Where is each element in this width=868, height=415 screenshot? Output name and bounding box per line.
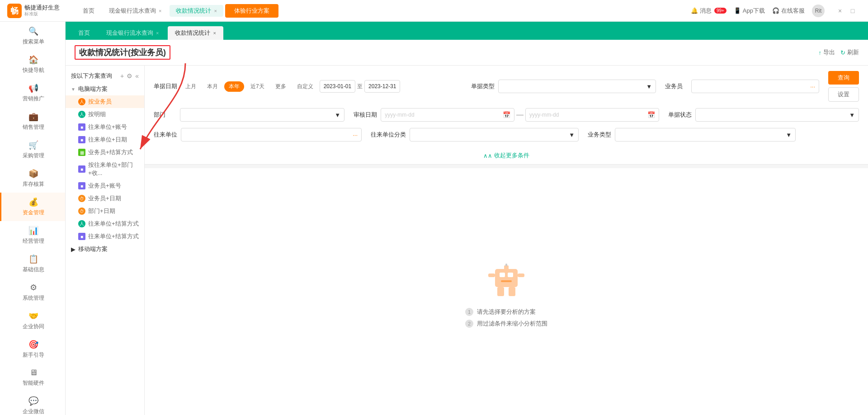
- type-label: 单据类型: [471, 82, 495, 90]
- type-select[interactable]: ▼: [498, 80, 656, 93]
- sidebar-item-inventory[interactable]: 📦 库存核算: [0, 164, 65, 193]
- date-separator: 至: [357, 83, 363, 90]
- salesperson-label: 业务员: [665, 82, 688, 90]
- svg-rect-9: [509, 287, 515, 296]
- sidebar-item-finance[interactable]: 💰 资金管理: [0, 193, 65, 221]
- tab-home[interactable]: 首页: [76, 5, 101, 17]
- scheme-settings-btn[interactable]: ⚙: [127, 72, 132, 80]
- export-icon: ↑: [819, 49, 822, 56]
- sidebar-item-system[interactable]: ⚙ 系统管理: [0, 278, 65, 307]
- export-btn[interactable]: ↑ 导出: [819, 48, 835, 57]
- online-service-btn[interactable]: 🎧 在线客服: [772, 7, 805, 15]
- sidebar-item-operations[interactable]: 📊 经营管理: [0, 221, 65, 250]
- content-tab-receipt-close[interactable]: ×: [213, 30, 216, 36]
- logo-area: 畅 畅捷通好生意 标准版: [7, 4, 73, 18]
- hint-num-2: 2: [465, 320, 473, 328]
- scheme-item-icon-2: ■: [78, 123, 85, 131]
- svg-rect-8: [497, 287, 504, 296]
- audit-date-sep: —: [516, 111, 524, 119]
- window-max-btn[interactable]: □: [848, 6, 857, 15]
- scheme-item-icon-9: 人: [78, 220, 85, 227]
- scheme-item-icon-10: ■: [78, 233, 85, 240]
- scheme-panel: 按以下方案查询 + ⚙ « ▼ 电脑端方案 人 按业务员: [66, 66, 145, 415]
- sidebar-item-marketing[interactable]: 📢 营销推广: [0, 79, 65, 107]
- date-tab-more[interactable]: 更多: [271, 81, 291, 92]
- sidebar-item-basic-info[interactable]: 📋 基础信息: [0, 250, 65, 278]
- date-to-input[interactable]: 2023-12-31: [364, 80, 400, 93]
- window-controls: × □: [835, 6, 857, 15]
- collapse-icon: ∧∧: [483, 152, 492, 159]
- collapse-bar[interactable]: ∧∧ 收起更多条件: [145, 147, 868, 165]
- audit-date-to[interactable]: yyyy-mm-dd 📅: [525, 108, 659, 122]
- date-from-input[interactable]: 2023-01-01: [320, 80, 355, 93]
- content-tab-home[interactable]: 首页: [71, 26, 97, 40]
- scheme-item-by-detail[interactable]: 人 按明细: [66, 108, 144, 121]
- content-tab-bank[interactable]: 现金银行流水查询 ×: [99, 26, 166, 40]
- salesperson-select[interactable]: ···: [691, 80, 819, 93]
- date-tab-lastmonth[interactable]: 上月: [181, 81, 201, 92]
- scheme-item-salesperson-payment[interactable]: ▦ 业务员+结算方式: [66, 146, 144, 159]
- sidebar-item-quicknav[interactable]: 🏠 快捷导航: [0, 50, 65, 79]
- window-close-btn[interactable]: ×: [835, 6, 844, 15]
- content-tab-bank-close[interactable]: ×: [156, 30, 159, 36]
- tab-receipt[interactable]: 收款情况统计 ×: [170, 5, 223, 17]
- sidebar-item-wechat[interactable]: 💬 企业微信: [0, 391, 65, 415]
- logo-text: 畅捷通好生意: [24, 4, 60, 11]
- messages-btn[interactable]: 🔔 消息 99+: [691, 7, 726, 15]
- sidebar-item-sales[interactable]: 💼 销售管理: [0, 107, 65, 136]
- date-tab-7days[interactable]: 近7天: [246, 81, 269, 92]
- scheme-item-partner-payment1[interactable]: 人 往来单位+结算方式: [66, 217, 144, 230]
- audit-label: 审核日期: [354, 111, 377, 119]
- scheme-item-icon-5: ■: [78, 165, 85, 173]
- biz-type-label: 业务类型: [588, 131, 611, 139]
- filter-partner-cell: 往来单位 ···: [154, 128, 362, 141]
- settings-btn[interactable]: 设置: [828, 87, 859, 102]
- tab-receipt-close[interactable]: ×: [214, 8, 217, 14]
- scheme-add-btn[interactable]: +: [120, 72, 124, 80]
- date-tab-custom[interactable]: 自定义: [292, 81, 318, 92]
- scheme-collapse-btn[interactable]: «: [135, 72, 139, 80]
- sidebar-item-enterprise[interactable]: 🤝 企业协同: [0, 307, 65, 335]
- scheme-group-desktop-title[interactable]: ▼ 电脑端方案: [66, 83, 144, 95]
- salesperson-more-btn[interactable]: ···: [810, 83, 815, 90]
- status-select[interactable]: ▼: [695, 108, 859, 122]
- scheme-item-partner-dept[interactable]: ■ 按往来单位+部门+收...: [66, 159, 144, 179]
- dept-select[interactable]: ▼: [180, 108, 344, 122]
- content-tab-receipt[interactable]: 收款情况统计 ×: [168, 26, 223, 40]
- scheme-item-partner-payment2[interactable]: ■ 往来单位+结算方式: [66, 230, 144, 243]
- scheme-item-dept-date[interactable]: ⏱ 部门+日期: [66, 205, 144, 217]
- partner-cat-select[interactable]: ▼: [410, 128, 579, 141]
- date-tab-thismonth[interactable]: 本月: [203, 81, 222, 92]
- try-solution-btn[interactable]: 体验行业方案: [225, 4, 278, 18]
- scheme-item-partner-date[interactable]: ■ 往来单位+日期: [66, 133, 144, 146]
- user-avatar[interactable]: Rit: [812, 5, 825, 17]
- app-download-btn[interactable]: 📱 App下载: [734, 7, 765, 15]
- partner-more-btn[interactable]: ···: [353, 132, 358, 138]
- sidebar-item-purchase[interactable]: 🛒 采购管理: [0, 136, 65, 164]
- scheme-item-salesperson-account[interactable]: ■ 业务员+账号: [66, 179, 144, 192]
- arrow-right-icon: ▶: [71, 246, 75, 253]
- page-title: 收款情况统计(按业务员): [75, 45, 170, 60]
- scheme-item-salesperson-date[interactable]: ⏱ 业务员+日期: [66, 192, 144, 205]
- sidebar-item-hardware[interactable]: 🖥 智能硬件: [0, 363, 65, 391]
- scheme-item-icon-0: 人: [78, 98, 85, 105]
- filter-area: 单据日期 上月 本月 本年 近7天 更多 自定义 2023-01-01: [145, 66, 868, 147]
- partner-select[interactable]: ···: [181, 128, 362, 141]
- date-label: 单据日期: [154, 82, 177, 90]
- hint-num-1: 1: [465, 308, 473, 316]
- scheme-item-partner-account[interactable]: ■ 往来单位+账号: [66, 121, 144, 133]
- tab-bank-close[interactable]: ×: [159, 8, 161, 14]
- biz-type-select[interactable]: ▼: [615, 128, 796, 141]
- filter-status-cell: 单据状态 ▼: [668, 108, 859, 122]
- query-btn[interactable]: 查询: [828, 71, 859, 85]
- tab-bank[interactable]: 现金银行流水查询 ×: [103, 5, 168, 17]
- refresh-btn[interactable]: ↻ 刷新: [840, 48, 859, 57]
- scheme-group-mobile-title[interactable]: ▶ 移动端方案: [66, 243, 144, 255]
- sidebar-item-guide[interactable]: 🎯 新手引导: [0, 335, 65, 363]
- empty-hints: 1 请先选择要分析的方案 2 用过滤条件来缩小分析范围: [465, 308, 547, 328]
- date-tab-thisyear[interactable]: 本年: [224, 81, 244, 92]
- scheme-item-by-salesperson[interactable]: 人 按业务员: [66, 95, 144, 108]
- main-layout: 🔍 搜索菜单 🏠 快捷导航 📢 营销推广 💼 销售管理 🛒 采购管理 📦 库存核…: [0, 22, 868, 415]
- sidebar-item-search[interactable]: 🔍 搜索菜单: [0, 22, 65, 50]
- audit-date-from[interactable]: yyyy-mm-dd 📅: [381, 108, 514, 122]
